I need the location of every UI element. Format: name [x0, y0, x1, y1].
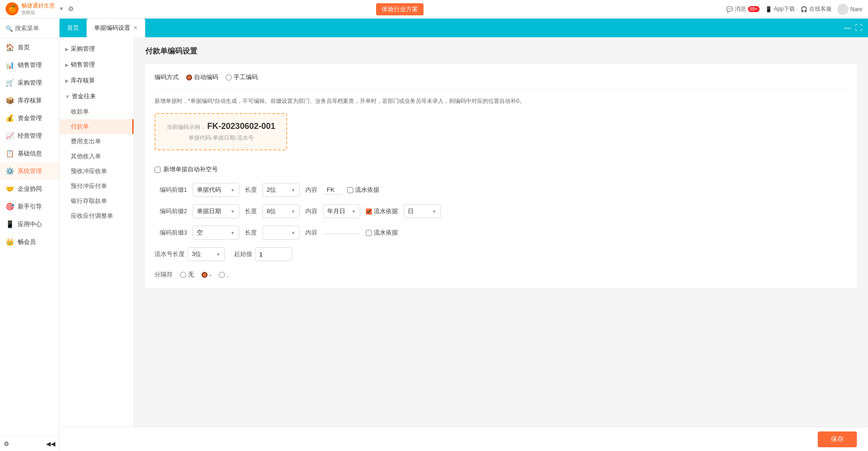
chevron-down-icon: ▼	[230, 230, 235, 236]
gear-icon[interactable]: ⚙	[68, 5, 74, 13]
length1-label: 长度	[245, 186, 257, 194]
main-layout: 🔍 搜索菜单 🏠 首页 📊 销售管理 🛒 采购管理 📦 库存核算 💰	[0, 19, 868, 451]
tab-home[interactable]: 首页	[60, 19, 87, 37]
purchase-icon: 🛒	[6, 79, 14, 87]
chevron-down-icon: ▼	[432, 209, 437, 214]
auto-fill-checkbox[interactable]	[155, 167, 161, 173]
chevron-down-icon: ▼	[230, 209, 235, 214]
sidebar-item-system[interactable]: ⚙️ 系统管理	[0, 162, 59, 180]
save-button[interactable]: 保存	[818, 431, 857, 447]
sub-group-inventory-title[interactable]: ▶ 库存核算	[60, 73, 134, 88]
code-preview-label: 当前编码示例： FK-20230602-001	[167, 121, 275, 131]
finance-icon: 💰	[6, 114, 14, 122]
tab-maximize-icon[interactable]: ⛶	[855, 24, 862, 32]
sidebar-item-purchase[interactable]: 🛒 采购管理	[0, 74, 59, 92]
auto-encode-radio[interactable]	[186, 74, 192, 81]
sidebar-item-label: 新手引导	[18, 202, 42, 211]
app-center-icon: 📱	[6, 220, 14, 229]
sub-item-payment[interactable]: 付款单	[60, 119, 134, 134]
serial2-checkbox-label[interactable]: 流水依据	[366, 207, 398, 215]
tab-encoding-settings[interactable]: 单据编码设置 ✕	[87, 19, 145, 37]
sub-group-finance-label: 资金往来	[72, 92, 96, 101]
serial3-checkbox-label[interactable]: 流水依据	[366, 229, 398, 237]
sub-item-adjustment[interactable]: 应收应付调整单	[60, 209, 134, 223]
message-btn[interactable]: 💬 消息 99+	[726, 5, 760, 13]
sidebar-item-member[interactable]: 👑 畅会员	[0, 233, 59, 251]
serial2-unit-value: 日	[408, 207, 414, 215]
chevron-down-icon: ▼	[291, 230, 296, 236]
sep-none-option[interactable]: 无	[180, 270, 194, 279]
content2-select[interactable]: 年月日 ▼	[323, 204, 360, 218]
sidebar-item-finance[interactable]: 💰 资金管理	[0, 109, 59, 127]
logo-sub: 旗舰版	[21, 9, 55, 16]
sub-group-sales-title[interactable]: ▶ 销售管理	[60, 57, 134, 73]
manual-encode-radio[interactable]	[226, 74, 232, 81]
sub-group-purchase-title[interactable]: ▶ 采购管理	[60, 41, 134, 57]
auto-fill-label: 新增单据自动补空号	[163, 165, 218, 174]
collapse-icon[interactable]: ◀◀	[46, 440, 55, 447]
sep-dash-radio[interactable]	[202, 272, 208, 278]
sidebar-item-guide[interactable]: 🎯 新手引导	[0, 198, 59, 215]
serial2-unit-select[interactable]: 日 ▼	[404, 204, 441, 218]
content-area: ▶ 采购管理 ▶ 销售管理 ▶ 库存核算	[60, 37, 868, 427]
chevron-down-icon[interactable]: ▼	[59, 6, 64, 12]
sidebar-item-cooperation[interactable]: 🤝 企业协同	[0, 180, 59, 198]
message-label: 消息	[735, 5, 746, 13]
serial3-checkbox[interactable]	[366, 230, 372, 236]
length2-select[interactable]: 8位 ▼	[262, 204, 300, 218]
prefix2-label: 编码前缀2	[155, 207, 187, 215]
sub-item-bank[interactable]: 银行存取款单	[60, 194, 134, 209]
sep-none-radio[interactable]	[180, 272, 186, 278]
main-content: 付款单编码设置 编码方式 自动编码 手工编码	[134, 37, 868, 427]
sep-dot-radio[interactable]	[219, 272, 225, 278]
tab-close-icon[interactable]: ✕	[133, 25, 138, 31]
experience-btn[interactable]: 体验行业方案	[376, 3, 424, 15]
start-value-label: 起始值	[234, 250, 252, 258]
settings-icon[interactable]: ⚙	[4, 440, 9, 447]
tab-minimize-icon[interactable]: —	[844, 24, 851, 32]
sidebar-item-basic-info[interactable]: 📋 基础信息	[0, 145, 59, 162]
logo-text: 畅捷通好生意	[21, 2, 55, 9]
user-avatar	[837, 4, 848, 15]
sidebar-search-btn[interactable]: 🔍 搜索菜单	[4, 22, 55, 34]
sidebar-search[interactable]: 🔍 搜索菜单	[0, 19, 59, 39]
serial-length-select[interactable]: 3位 ▼	[188, 247, 225, 261]
sidebar-item-home[interactable]: 🏠 首页	[0, 39, 59, 56]
serial2-checkbox[interactable]	[366, 209, 372, 215]
sidebar-item-inventory[interactable]: 📦 库存核算	[0, 92, 59, 109]
sub-group-sales-label: 销售管理	[71, 61, 95, 69]
prefix1-select[interactable]: 单据代码 ▼	[193, 183, 239, 197]
sub-item-prepay-payable[interactable]: 预付冲应付单	[60, 179, 134, 194]
content-wrapper: 首页 单据编码设置 ✕ — ⛶ ▶ 采购管理	[60, 19, 868, 451]
manual-encode-option[interactable]: 手工编码	[226, 73, 258, 81]
sidebar-item-label: 销售管理	[18, 61, 42, 69]
logo-area: 🍊 畅捷通好生意 旗舰版	[6, 2, 55, 15]
encoding-radio-group: 自动编码 手工编码	[186, 73, 258, 81]
prefix2-select[interactable]: 单据日期 ▼	[193, 204, 239, 218]
sub-item-prepay-receivable[interactable]: 预收冲应收单	[60, 164, 134, 179]
start-value-input[interactable]	[255, 247, 292, 261]
length3-select[interactable]: ▼	[262, 226, 300, 240]
length1-select[interactable]: 2位 ▼	[262, 183, 300, 197]
sidebar-item-label: 应用中心	[18, 220, 42, 229]
sub-item-receipt[interactable]: 收款单	[60, 104, 134, 119]
sep-dash-option[interactable]: -	[202, 271, 211, 278]
online-service-btn[interactable]: 🎧 在线客服	[801, 5, 832, 13]
sidebar-item-app-center[interactable]: 📱 应用中心	[0, 215, 59, 233]
prefix1-label: 编码前缀1	[155, 186, 187, 194]
chevron-down-icon: ▼	[291, 188, 296, 193]
arrow-right-icon: ▶	[65, 62, 69, 67]
sub-item-expense[interactable]: 费用支出单	[60, 134, 134, 149]
basic-info-icon: 📋	[6, 149, 14, 158]
sidebar-item-sales[interactable]: 📊 销售管理	[0, 56, 59, 74]
sub-group-finance-title[interactable]: ▼ 资金往来	[60, 88, 134, 104]
sidebar-item-operations[interactable]: 📈 经营管理	[0, 127, 59, 145]
prefix3-select[interactable]: 空 ▼	[193, 226, 239, 240]
sep-dot-option[interactable]: .	[219, 271, 229, 278]
app-download-btn[interactable]: 📱 App下载	[765, 5, 795, 13]
serial1-checkbox-label[interactable]: 流水依据	[347, 186, 379, 194]
serial1-checkbox[interactable]	[347, 187, 353, 193]
sub-item-other-income[interactable]: 其他收入单	[60, 149, 134, 164]
user-area[interactable]: Nare	[837, 4, 862, 15]
auto-encode-option[interactable]: 自动编码	[186, 73, 218, 81]
